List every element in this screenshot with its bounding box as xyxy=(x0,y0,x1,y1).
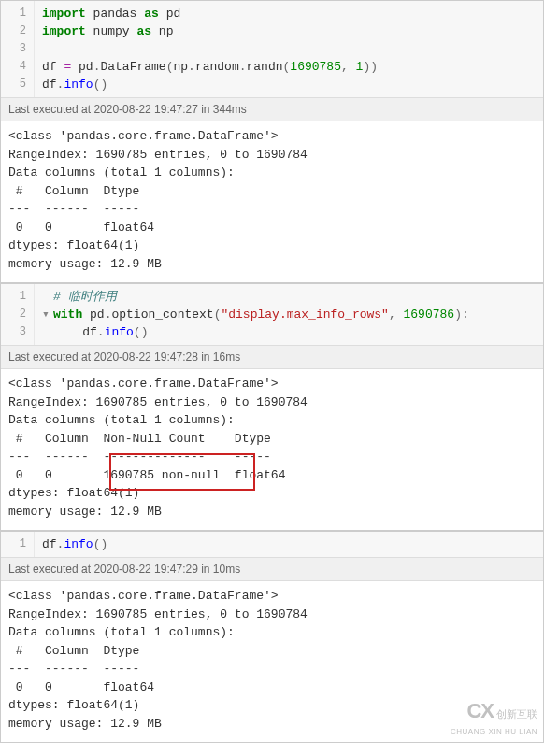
code-cell-1: 12345 import pandas as pdimport numpy as… xyxy=(0,0,544,283)
line-number: 1 xyxy=(5,535,26,553)
execution-status: Last executed at 2020-08-22 19:47:27 in … xyxy=(1,97,543,121)
fold-marker-icon xyxy=(42,288,51,306)
line-number: 4 xyxy=(5,58,26,76)
line-number: 2 xyxy=(5,22,26,40)
code-area[interactable]: # 临时作用▾with pd.option_context("display.m… xyxy=(35,284,543,345)
line-number: 2 xyxy=(5,306,26,323)
code-line[interactable] xyxy=(42,40,536,58)
watermark-line2: CHUANG XIN HU LIAN xyxy=(451,727,537,735)
code-area[interactable]: df.info() xyxy=(35,532,543,557)
code-line[interactable]: df.info() xyxy=(42,323,536,341)
execution-status: Last executed at 2020-08-22 19:47:29 in … xyxy=(1,557,543,581)
output-area: <class 'pandas.core.frame.DataFrame'> Ra… xyxy=(1,121,543,282)
code-cell-2: 123 # 临时作用▾with pd.option_context("displ… xyxy=(0,283,544,531)
execution-status: Last executed at 2020-08-22 19:47:28 in … xyxy=(1,345,543,369)
code-line[interactable]: import pandas as pd xyxy=(42,5,536,22)
code-line[interactable]: ▾with pd.option_context("display.max_inf… xyxy=(42,306,536,323)
line-number: 1 xyxy=(5,5,26,22)
code-line[interactable]: df.info() xyxy=(42,76,536,93)
watermark-line1: 创新互联 xyxy=(496,708,537,720)
code-line[interactable]: df = pd.DataFrame(np.random.randn(169078… xyxy=(42,58,536,76)
fold-marker-icon xyxy=(42,323,51,341)
code-block[interactable]: 1 df.info() xyxy=(1,532,543,557)
watermark-logo: CX 创新互联 CHUANG XIN HU LIAN xyxy=(451,699,537,736)
code-line[interactable]: # 临时作用 xyxy=(42,288,536,306)
code-line[interactable]: import numpy as np xyxy=(42,22,536,40)
fold-marker-icon[interactable]: ▾ xyxy=(42,306,51,323)
line-number: 3 xyxy=(5,40,26,58)
code-area[interactable]: import pandas as pdimport numpy as npdf … xyxy=(35,1,543,97)
line-gutter: 1 xyxy=(1,532,35,557)
line-gutter: 12345 xyxy=(1,1,35,97)
line-number: 1 xyxy=(5,288,26,306)
line-number: 5 xyxy=(5,76,26,93)
code-block[interactable]: 123 # 临时作用▾with pd.option_context("displ… xyxy=(1,284,543,345)
line-gutter: 123 xyxy=(1,284,35,345)
code-cell-3: 1 df.info() Last executed at 2020-08-22 … xyxy=(0,531,544,743)
code-block[interactable]: 12345 import pandas as pdimport numpy as… xyxy=(1,1,543,97)
line-number: 3 xyxy=(5,323,26,341)
watermark-logo-text: CX xyxy=(466,699,494,722)
code-line[interactable]: df.info() xyxy=(42,535,536,553)
output-area: <class 'pandas.core.frame.DataFrame'> Ra… xyxy=(1,369,543,530)
